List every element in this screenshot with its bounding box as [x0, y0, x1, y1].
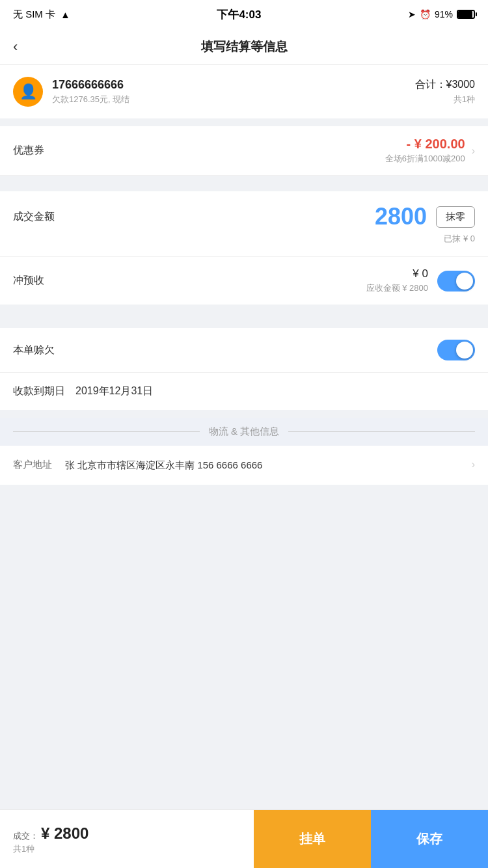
- address-label: 客户地址: [13, 459, 65, 471]
- transaction-amount: 2800: [375, 203, 427, 230]
- avatar-icon: 👤: [20, 83, 37, 100]
- location-icon: ➤: [408, 9, 416, 20]
- chevron-right-icon: ›: [472, 145, 475, 157]
- battery-bar: [457, 10, 475, 19]
- status-bar: 无 SIM 卡 ▲ 下午4:03 ➤ ⏰ 91%: [0, 0, 488, 29]
- coupon-amount: - ¥ 200.00: [385, 137, 465, 152]
- round-button[interactable]: 抹零: [436, 206, 475, 228]
- transaction-label: 成交金额: [13, 210, 55, 224]
- credit-label: 本单赊欠: [13, 344, 55, 357]
- prepay-toggle[interactable]: [437, 271, 475, 292]
- status-left: 无 SIM 卡 ▲: [13, 8, 70, 21]
- coupon-right: - ¥ 200.00 全场6折满1000减200 ›: [385, 137, 475, 165]
- divider-2: [0, 312, 488, 320]
- customer-phone: 17666666666: [52, 78, 129, 92]
- customer-info: 17666666666 欠款1276.35元, 现结: [52, 78, 129, 105]
- battery-fill: [458, 11, 472, 18]
- prepay-sub: 应收金额 ¥ 2800: [366, 282, 428, 294]
- bottom-summary-line: 成交： ¥ 2800: [13, 823, 241, 843]
- carrier-text: 无 SIM 卡: [13, 8, 55, 21]
- bottom-total-label: 成交：: [13, 830, 38, 842]
- bottom-count: 共1种: [13, 843, 241, 855]
- bottom-summary: 成交： ¥ 2800 共1种: [0, 810, 254, 868]
- credit-row: 本单赊欠: [0, 328, 488, 372]
- coupon-row[interactable]: 优惠券 - ¥ 200.00 全场6折满1000减200 ›: [0, 126, 488, 176]
- pending-button[interactable]: 挂单: [254, 810, 371, 868]
- due-date-value: 2019年12月31日: [75, 385, 153, 398]
- customer-count: 共1种: [415, 94, 476, 105]
- avatar: 👤: [13, 77, 43, 107]
- nav-bar: ‹ 填写结算等信息: [0, 29, 488, 65]
- prepay-right: ¥ 0 应收金额 ¥ 2800: [366, 267, 475, 294]
- credit-section: 本单赊欠 收款到期日 2019年12月31日: [0, 328, 488, 410]
- transaction-sub: 已抹 ¥ 0: [13, 233, 475, 245]
- customer-left: 👤 17666666666 欠款1276.35元, 现结: [13, 77, 129, 107]
- address-value: 张 北京市市辖区海淀区永丰南 156 6666 6666: [65, 457, 472, 473]
- address-row[interactable]: 客户地址 张 北京市市辖区海淀区永丰南 156 6666 6666 ›: [0, 446, 488, 485]
- logistics-text: 物流 & 其他信息: [209, 426, 279, 438]
- content: 👤 17666666666 欠款1276.35元, 现结 合计：¥3000 共1…: [0, 65, 488, 551]
- address-chevron-icon: ›: [472, 459, 475, 470]
- alarm-icon: ⏰: [420, 9, 431, 20]
- due-date-row: 收款到期日 2019年12月31日: [0, 372, 488, 410]
- prepay-info: ¥ 0 应收金额 ¥ 2800: [366, 267, 428, 294]
- logistics-line-left: [13, 431, 200, 432]
- amount-row: 成交金额 2800 抹零: [13, 203, 475, 230]
- bottom-bar: 成交： ¥ 2800 共1种 挂单 保存: [0, 809, 488, 868]
- customer-right: 合计：¥3000 共1种: [415, 78, 476, 105]
- divider-1: [0, 183, 488, 191]
- coupon-desc: 全场6折满1000减200: [385, 153, 465, 165]
- logistics-header: 物流 & 其他信息: [0, 418, 488, 446]
- bottom-amount: ¥ 2800: [41, 824, 88, 843]
- due-date-label: 收款到期日: [13, 385, 65, 398]
- back-button[interactable]: ‹: [13, 38, 18, 55]
- wifi-icon: ▲: [61, 9, 70, 20]
- coupon-label: 优惠券: [13, 144, 44, 157]
- credit-toggle[interactable]: [437, 340, 475, 360]
- transaction-section: 成交金额 2800 抹零 已抹 ¥ 0 冲预收 ¥ 0 应收金额 ¥ 2800: [0, 191, 488, 305]
- customer-sub-info: 欠款1276.35元, 现结: [52, 94, 129, 105]
- amount-right: 2800 抹零: [375, 203, 475, 230]
- battery-text: 91%: [435, 9, 453, 20]
- coupon-section: 优惠券 - ¥ 200.00 全场6折满1000减200 ›: [0, 126, 488, 176]
- status-right: ➤ ⏰ 91%: [408, 9, 475, 20]
- prepay-label: 冲预收: [13, 274, 44, 288]
- page-title: 填写结算等信息: [201, 38, 288, 55]
- customer-row: 👤 17666666666 欠款1276.35元, 现结 合计：¥3000 共1…: [0, 65, 488, 118]
- prepay-row: 冲预收 ¥ 0 应收金额 ¥ 2800: [0, 256, 488, 305]
- prepay-amount: ¥ 0: [366, 267, 428, 280]
- coupon-info: - ¥ 200.00 全场6折满1000减200: [385, 137, 465, 165]
- customer-total: 合计：¥3000: [415, 78, 476, 92]
- transaction-amount-row: 成交金额 2800 抹零 已抹 ¥ 0: [0, 191, 488, 256]
- logistics-line-right: [288, 431, 475, 432]
- save-button[interactable]: 保存: [371, 810, 488, 868]
- status-time: 下午4:03: [217, 7, 261, 22]
